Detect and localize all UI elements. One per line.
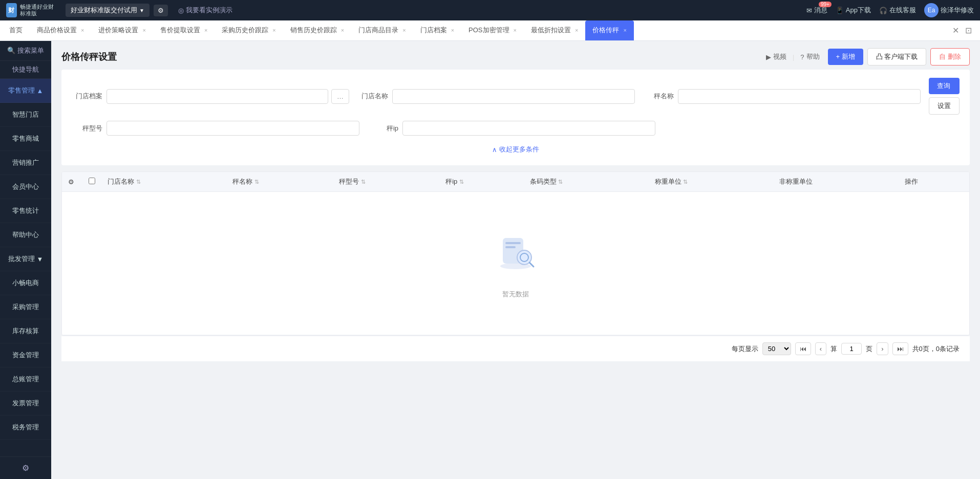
close-icon[interactable]: × <box>81 27 84 33</box>
user-menu-btn[interactable]: Ea 徐泽华修改 <box>924 3 974 17</box>
per-page-select[interactable]: 10 20 50 100 <box>762 342 791 355</box>
sidebar-purchase-mgmt-label: 采购管理 <box>12 302 39 312</box>
sidebar-item-invoice[interactable]: 发票管理 <box>0 391 51 416</box>
store-archive-label: 门店档案 <box>72 92 102 101</box>
sidebar-item-tax[interactable]: 税务管理 <box>0 416 51 440</box>
app-logo: 财 畅捷通好业财标准版 <box>6 3 57 17</box>
sidebar-search[interactable]: 🔍 搜索菜单 <box>0 41 51 61</box>
sidebar-member-label: 会员中心 <box>12 182 39 191</box>
close-icon[interactable]: × <box>575 27 578 33</box>
tab-purchase-strategy-label: 进价策略设置 <box>98 26 138 35</box>
tab-pos-management[interactable]: POS加密管理 × <box>461 20 524 40</box>
select-all-checkbox[interactable] <box>89 178 95 184</box>
delete-button[interactable]: 自 删除 <box>930 48 970 66</box>
gear-icon[interactable]: ⚙ <box>22 463 29 473</box>
messages-btn[interactable]: ✉ 消息 99+ <box>806 6 827 15</box>
empty-state: 暂无数据 <box>68 197 963 330</box>
tab-close-all-btn[interactable]: ✕ <box>950 24 961 37</box>
sidebar-item-retail[interactable]: 零售管理 ▲ <box>0 79 51 103</box>
tab-store-archive[interactable]: 门店档案 × <box>413 20 461 40</box>
th-scale-type-label: 秤型号 <box>339 178 359 185</box>
page-input[interactable] <box>841 343 862 355</box>
settings-button[interactable]: 设置 <box>929 97 960 115</box>
sidebar-item-member[interactable]: 会员中心 <box>0 175 51 199</box>
tab-purchase-history-label: 采购历史价跟踪 <box>222 26 268 35</box>
client-download-button[interactable]: 凸 客户端下载 <box>867 48 927 66</box>
tab-price-scale[interactable]: 价格传秤 × <box>585 20 633 40</box>
tab-purchase-history[interactable]: 采购历史价跟踪 × <box>215 20 283 40</box>
close-icon[interactable]: × <box>402 27 406 33</box>
sidebar-small-ecommerce-label: 小畅电商 <box>12 278 39 288</box>
sidebar-item-small-ecommerce[interactable]: 小畅电商 <box>0 271 51 295</box>
close-icon[interactable]: × <box>142 27 145 33</box>
th-barcode-type: 条码类型 ⇅ <box>524 172 649 192</box>
th-action-label: 操作 <box>905 178 918 185</box>
sidebar-general-ledger-label: 总账管理 <box>12 375 39 384</box>
sidebar-item-help[interactable]: 帮助中心 <box>0 223 51 247</box>
close-icon[interactable]: × <box>272 27 275 33</box>
sidebar-item-retail-stats[interactable]: 零售统计 <box>0 199 51 223</box>
sidebar-item-retail-mall[interactable]: 零售商城 <box>0 127 51 151</box>
prev-page-btn[interactable]: ‹ <box>815 342 826 355</box>
close-icon[interactable]: × <box>514 27 517 33</box>
sidebar-quick-nav[interactable]: 快捷导航 <box>0 61 51 79</box>
scale-name-input[interactable] <box>678 89 921 104</box>
sidebar-item-smart-store[interactable]: 智慧门店 <box>0 103 51 127</box>
tab-store-catalog[interactable]: 门店商品目录 × <box>351 20 413 40</box>
scale-type-input[interactable] <box>106 121 359 136</box>
sidebar-tax-label: 税务管理 <box>12 423 39 432</box>
next-page-btn[interactable]: › <box>877 342 888 355</box>
close-icon[interactable]: × <box>341 27 344 33</box>
sidebar-item-wholesale[interactable]: 批发管理 ▼ <box>0 247 51 271</box>
help-link[interactable]: ? 帮助 <box>800 52 819 61</box>
table-gear-icon[interactable]: ⚙ <box>68 178 74 186</box>
tab-sale-history[interactable]: 销售历史价跟踪 × <box>283 20 351 40</box>
th-scale-name: 秤名称 ⇅ <box>226 172 333 192</box>
close-icon[interactable]: × <box>204 27 207 33</box>
scale-ip-input[interactable] <box>402 121 655 136</box>
version-selector[interactable]: 好业财标准版交付试用 ▼ <box>66 4 150 17</box>
tab-purchase-strategy[interactable]: 进价策略设置 × <box>91 20 153 40</box>
empty-state-row: 暂无数据 <box>62 192 969 335</box>
last-page-btn[interactable]: ⏭ <box>892 342 908 355</box>
sidebar-item-finance[interactable]: 资金管理 <box>0 343 51 367</box>
chevron-up-icon: ▲ <box>37 87 44 95</box>
sidebar-item-inventory[interactable]: 库存核算 <box>0 319 51 343</box>
settings-icon[interactable]: ⚙ <box>154 5 168 16</box>
search-row-1: 门店档案 … 门店名称 秤名称 查询 设置 <box>72 78 960 115</box>
svg-rect-3 <box>505 246 516 248</box>
th-scale-ip-label: 秤ip <box>445 178 457 185</box>
store-name-input[interactable] <box>392 89 635 104</box>
tab-maximize-btn[interactable]: ⊡ <box>963 24 974 37</box>
collapse-button[interactable]: ∧ 收起更多条件 <box>72 142 960 157</box>
query-button[interactable]: 查询 <box>929 78 960 94</box>
sidebar-retail-stats-label: 零售统计 <box>12 206 39 215</box>
online-service-btn[interactable]: 🎧 在线客服 <box>879 6 916 15</box>
add-button[interactable]: + 新增 <box>828 49 863 65</box>
video-link[interactable]: ▶ 视频 <box>766 52 786 61</box>
sidebar-gear-section: ⚙ <box>0 456 51 479</box>
sidebar-item-purchase-mgmt[interactable]: 采购管理 <box>0 295 51 319</box>
tab-sale-pickup[interactable]: 售价提取设置 × <box>153 20 215 40</box>
store-name-field: 门店名称 <box>357 89 635 104</box>
th-non-weight-unit-label: 非称重单位 <box>779 178 813 185</box>
sidebar-item-marketing[interactable]: 营销推广 <box>0 151 51 175</box>
close-icon[interactable]: × <box>623 27 626 33</box>
store-archive-input[interactable] <box>106 89 328 104</box>
first-page-btn[interactable]: ⏮ <box>795 342 811 355</box>
close-icon[interactable]: × <box>451 27 454 33</box>
search-row-2: 秤型号 秤ip <box>72 121 960 136</box>
demo-link[interactable]: ◎ 我要看实例演示 <box>178 6 232 15</box>
user-name: 徐泽华修改 <box>941 6 974 15</box>
sidebar-invoice-label: 发票管理 <box>12 399 39 408</box>
sidebar-item-general-ledger[interactable]: 总账管理 <box>0 367 51 391</box>
main-layout: 🔍 搜索菜单 快捷导航 零售管理 ▲ 智慧门店 零售商城 营销推广 会员中心 零… <box>0 41 980 479</box>
tab-home[interactable]: 首页 <box>2 20 30 40</box>
tab-min-discount[interactable]: 最低折扣设置 × <box>524 20 585 40</box>
sidebar-help-label: 帮助中心 <box>12 230 39 239</box>
avatar: Ea <box>924 3 939 17</box>
sidebar-search-label: 搜索菜单 <box>17 47 44 54</box>
tab-price-settings[interactable]: 商品价格设置 × <box>30 20 91 40</box>
store-archive-picker-btn[interactable]: … <box>331 89 349 104</box>
app-download-btn[interactable]: 📱 App下载 <box>836 6 871 15</box>
